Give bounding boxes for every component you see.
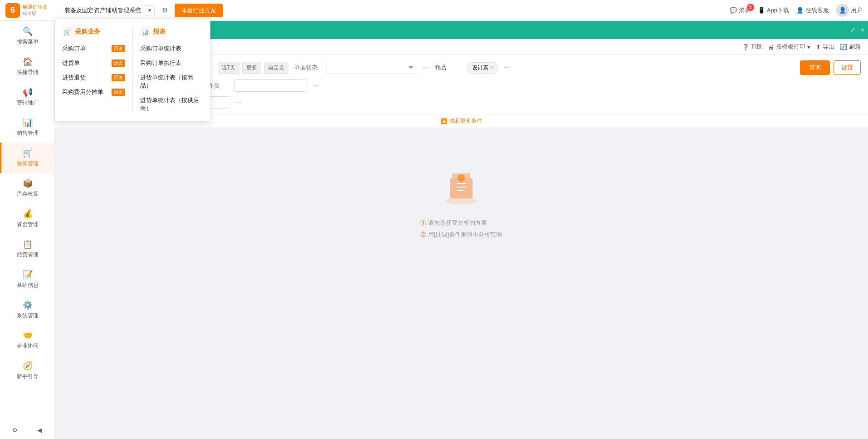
tab-fullscreen-btn[interactable]: ⤢ [850,26,855,34]
dropdown-item-purchase-order-label: 采购订单 [62,44,86,53]
goods-dots[interactable]: ··· [504,64,510,72]
empty-num-2: ② [420,231,426,238]
sidebar-item-quick-nav[interactable]: 🏠 快捷导航 [0,51,54,82]
salesperson-dots[interactable]: ··· [312,82,318,90]
sidebar-item-cooperation-label: 企业协同 [17,342,39,350]
dropdown-item-goods-receipt[interactable]: 进货单 历史 [59,56,129,70]
logo-name: 畅通好生意 [23,4,48,10]
report-col-title-text: 报表 [153,28,166,36]
dropdown-item-receipt-stats-supplier[interactable]: 进货单统计表（按供应商） [137,93,207,116]
tab-bar-right: ⤢ × [850,26,864,34]
dropdown-item-goods-receipt-label: 进货单 [62,59,80,67]
sidebar-item-finance-label: 资金管理 [17,221,39,228]
sidebar-item-operations[interactable]: 📋 经营管理 [0,234,54,264]
sidebar-item-inventory-label: 库存核算 [17,190,39,198]
help-action[interactable]: ❓ 帮助 [742,43,763,51]
logo-sub: 标准版 [23,10,48,17]
gear-icon: ⚙️ [23,300,33,310]
sidebar-item-guide[interactable]: 🧭 新手引导 [0,355,54,386]
help-icon: ❓ [742,44,749,50]
purchase-dropdown-menu: 🛒 采购业务 采购订单 历史 进货单 历史 进货退货 历史 采购费用分摊单 历史… [54,18,210,122]
dropdown-col-purchase: 🛒 采购业务 采购订单 历史 进货单 历史 进货退货 历史 采购费用分摊单 历史 [55,24,132,116]
help-label: 帮助 [751,43,763,51]
online-service-label: 在线客服 [805,6,829,15]
purchase-expense-history-badge: 历史 [112,89,125,96]
quick-7days-btn[interactable]: 近7天 [218,62,240,74]
dropdown-item-receipt-stats-goods-label: 进货单统计表（按商品） [140,74,203,90]
message-badge: 5 [747,4,754,11]
sidebar-item-purchase[interactable]: 🛒 采购管理 [0,143,54,173]
refresh-action[interactable]: 🔄 刷新 [840,43,861,51]
sidebar-item-cooperation[interactable]: 🤝 企业协同 [0,325,54,355]
home-icon: 🏠 [23,57,33,67]
print-action[interactable]: 🖨 按模板打印 ▾ [768,43,810,51]
customer-dots[interactable]: ··· [236,99,242,107]
sidebar-settings-btn[interactable]: ⚙ [12,427,18,434]
sidebar-item-marketing[interactable]: 📢 营销推广 [0,82,54,112]
sidebar-item-basic-info[interactable]: 📝 基础信息 [0,264,54,295]
sidebar-item-purchase-label: 采购管理 [17,160,39,168]
header-settings-icon[interactable]: ⚙ [158,4,171,17]
sidebar-item-system[interactable]: ⚙️ 系统管理 [0,295,54,325]
box-icon: 📦 [23,178,33,188]
empty-hint-1: ① 请先选择要分析的方案 [420,217,502,229]
purchase-col-icon: 🛒 [62,27,72,37]
sidebar-item-finance[interactable]: 💰 资金管理 [0,203,54,234]
industry-btn[interactable]: 体验行业方案 [175,4,223,17]
app-download-label: App下载 [767,6,789,15]
cart-icon: 🛒 [23,148,33,158]
goods-tag-close[interactable]: × [490,64,493,71]
dropdown-item-po-exec-label: 采购订单执行表 [140,59,181,67]
user-avatar: 👤 [836,4,849,17]
empty-texts: ① 请先选择要分析的方案 ② 用[过滤]条件来缩小分析范围 [420,217,502,241]
chart-icon: 📊 [23,118,33,128]
quick-custom-btn[interactable]: 自定义 [264,62,288,74]
voucher-status-dots[interactable]: ··· [423,64,429,72]
sidebar-collapse-btn[interactable]: ◀ [37,427,42,434]
sidebar-item-search[interactable]: 🔍 搜索菜单 [0,21,54,51]
empty-hint-2: ② 用[过滤]条件来缩小分析范围 [420,229,502,241]
dropdown-item-po-stats-label: 采购订单统计表 [140,44,181,53]
purchase-order-history-badge: 历史 [112,45,125,52]
dropdown-item-receipt-stats-supplier-label: 进货单统计表（按供应商） [140,96,203,113]
message-action[interactable]: 💬 消息 5 [730,6,751,15]
sidebar-item-marketing-label: 营销推广 [17,99,39,107]
print-label: 按模板打印 [776,43,805,51]
message-icon: 💬 [730,7,737,14]
goods-receipt-history-badge: 历史 [112,59,125,67]
sidebar-item-sales[interactable]: 📊 销售管理 [0,112,54,143]
megaphone-icon: 📢 [23,87,33,97]
handshake-icon: 🤝 [23,330,33,340]
query-btn[interactable]: 查询 [800,60,830,75]
online-service-action[interactable]: 👤 在线客服 [796,6,829,15]
logo-text: 畅通好生意 标准版 [23,4,48,16]
dropdown-item-po-stats[interactable]: 采购订单统计表 [137,41,207,56]
dropdown-item-po-exec[interactable]: 采购订单执行表 [137,56,207,70]
sidebar-item-sales-label: 销售管理 [17,129,39,137]
empty-illustration [439,164,484,210]
report-col-icon: 📊 [140,27,150,37]
user-action[interactable]: 👤 用户 [836,4,863,17]
goods-tag-text: 设计素 [472,64,488,72]
tab-close-all-btn[interactable]: × [861,26,864,34]
service-icon: 👤 [796,7,804,14]
export-action[interactable]: ⬆ 导出 [816,43,834,51]
sidebar-item-inventory[interactable]: 📦 库存核算 [0,173,54,203]
voucher-status-select[interactable] [327,62,417,74]
money-icon: 💰 [23,209,33,219]
sidebar-item-system-label: 系统管理 [17,312,39,320]
print-icon: 🖨 [768,44,774,50]
dropdown-item-goods-return[interactable]: 进货退货 历史 [59,70,129,85]
system-dropdown-btn[interactable]: ▾ [145,5,155,15]
set-btn[interactable]: 设置 [834,60,861,75]
empty-hint-2-text: 用[过滤]条件来缩小分析范围 [428,231,502,238]
dropdown-item-receipt-stats-goods[interactable]: 进货单统计表（按商品） [137,70,207,93]
refresh-icon: 🔄 [840,44,847,50]
dropdown-item-purchase-order[interactable]: 采购订单 历史 [59,41,129,56]
sidebar-item-basic-info-label: 基础信息 [17,281,39,289]
phone-icon: 📱 [758,7,765,14]
dropdown-item-purchase-expense[interactable]: 采购费用分摊单 历史 [59,85,129,99]
app-download-action[interactable]: 📱 App下载 [758,6,789,15]
salesperson-input[interactable] [234,79,307,92]
quick-more-btn[interactable]: 更多 [242,62,261,74]
